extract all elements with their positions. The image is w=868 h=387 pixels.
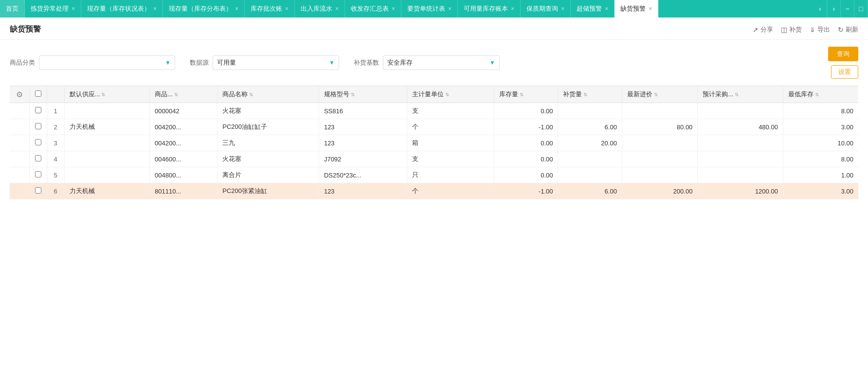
close-receipt-summary-tab[interactable]: × xyxy=(392,5,395,12)
export-button[interactable]: ⇓ 导出 xyxy=(810,25,830,34)
td-unit-2: 箱 xyxy=(407,135,494,151)
tab-shortage[interactable]: 缺货预警 × xyxy=(615,0,658,18)
close-overstock-tab[interactable]: × xyxy=(605,5,608,12)
tab-minimize[interactable]: − xyxy=(841,0,854,18)
select-all-checkbox[interactable] xyxy=(35,90,41,97)
close-demand-stats-tab[interactable]: × xyxy=(448,5,452,12)
th-stock: 库存量 ⇅ xyxy=(494,86,558,103)
sort-name-icon: ⇅ xyxy=(249,92,253,97)
td-code-4: 004800... xyxy=(150,167,217,183)
query-button[interactable]: 查询 xyxy=(828,47,858,61)
td-checkbox-3[interactable] xyxy=(29,151,47,167)
datasource-label: 数据源 xyxy=(190,58,209,67)
close-inventory-status-tab[interactable]: × xyxy=(153,5,157,12)
column-settings-icon[interactable]: ⚙ xyxy=(15,90,24,99)
td-spec-2: 123 xyxy=(319,135,407,151)
td-checkbox-2[interactable] xyxy=(29,135,47,151)
share-button[interactable]: ➚ 分享 xyxy=(753,25,773,34)
replenish-base-select[interactable]: 安全库存 ▼ xyxy=(383,55,500,70)
close-batch-account-tab[interactable]: × xyxy=(285,5,289,12)
sort-stock-icon: ⇅ xyxy=(520,92,524,97)
td-min-stock-3: 8.00 xyxy=(783,151,858,167)
td-name-5: PC200张紧油缸 xyxy=(217,183,319,199)
category-select[interactable]: ▼ xyxy=(39,55,175,70)
td-stock-0: 0.00 xyxy=(494,103,558,119)
th-num xyxy=(47,86,64,103)
refresh-button[interactable]: ↻ 刷新 xyxy=(838,25,858,34)
table-row: 1 0000042 火花塞 SS816 支 0.00 8.00 xyxy=(10,103,858,119)
close-available-ledger-tab[interactable]: × xyxy=(511,5,514,12)
th-est-purchase: 预计采购... ⇅ xyxy=(698,86,783,103)
td-est-purchase-2 xyxy=(698,135,783,151)
table-row: 5 004800... 离合片 DS250*23c... 只 0.00 1.00 xyxy=(10,167,858,183)
tab-overstock[interactable]: 超储预警 × xyxy=(571,0,615,18)
td-replenish-2: 20.00 xyxy=(558,135,622,151)
td-settings-3 xyxy=(10,151,29,167)
td-checkbox-0[interactable] xyxy=(29,103,47,119)
tab-demand-stats[interactable]: 要货单统计表 × xyxy=(401,0,458,18)
datasource-filter-group: 数据源 可用量 ▼ xyxy=(190,55,339,70)
replenish-base-dropdown-icon: ▼ xyxy=(489,59,495,66)
table-header-row: ⚙ 默认供应... ⇅ 商品... xyxy=(10,86,858,103)
th-default-supplier: 默认供应... ⇅ xyxy=(64,86,150,103)
tab-home[interactable]: 首页 xyxy=(0,0,25,18)
td-code-1: 004200... xyxy=(150,119,217,135)
tab-exception[interactable]: 拣货异常处理 × xyxy=(25,0,81,18)
td-stock-4: 0.00 xyxy=(494,167,558,183)
tab-scroll-right[interactable]: › xyxy=(827,0,841,18)
replenish-base-filter-group: 补货基数 安全库存 ▼ xyxy=(354,55,500,70)
tab-available-ledger[interactable]: 可用量库存账本 × xyxy=(458,0,521,18)
td-checkbox-1[interactable] xyxy=(29,119,47,135)
tab-inventory-dist[interactable]: 现存量（库存分布表） × xyxy=(163,0,245,18)
replenish-button[interactable]: ◫ 补货 xyxy=(781,25,802,34)
tab-expiry-query[interactable]: 保质期查询 × xyxy=(521,0,571,18)
th-unit: 主计量单位 ⇅ xyxy=(407,86,494,103)
td-checkbox-4[interactable] xyxy=(29,167,47,183)
td-replenish-5: 6.00 xyxy=(558,183,622,199)
td-min-stock-0: 8.00 xyxy=(783,103,858,119)
data-table: ⚙ 默认供应... ⇅ 商品... xyxy=(10,86,858,199)
td-spec-4: DS250*23c... xyxy=(319,167,407,183)
close-shortage-tab[interactable]: × xyxy=(649,5,652,12)
tab-scroll-left[interactable]: ‹ xyxy=(814,0,827,18)
close-exception-tab[interactable]: × xyxy=(72,5,75,12)
td-supplier-5: 力天机械 xyxy=(64,183,150,199)
td-min-stock-4: 1.00 xyxy=(783,167,858,183)
td-num-5: 6 xyxy=(47,183,64,199)
close-inventory-dist-tab[interactable]: × xyxy=(235,5,238,12)
td-price-4 xyxy=(622,167,697,183)
td-min-stock-5: 3.00 xyxy=(783,183,858,199)
page-header: 缺货预警 ➚ 分享 ◫ 补货 ⇓ 导出 ↻ 刷新 xyxy=(0,18,868,40)
td-num-0: 1 xyxy=(47,103,64,119)
tab-inout-flow[interactable]: 出入库流水 × xyxy=(295,0,345,18)
datasource-select[interactable]: 可用量 ▼ xyxy=(213,55,339,70)
td-spec-3: J7092 xyxy=(319,151,407,167)
td-checkbox-5[interactable] xyxy=(29,183,47,199)
settings-button[interactable]: 设置 xyxy=(831,65,858,79)
tab-batch-account[interactable]: 库存批次账 × xyxy=(245,0,295,18)
sort-replenish-icon: ⇅ xyxy=(583,92,587,97)
td-replenish-1: 6.00 xyxy=(558,119,622,135)
table-row: 3 004200... 三九 123 箱 0.00 20.00 10.00 xyxy=(10,135,858,151)
td-unit-1: 个 xyxy=(407,119,494,135)
td-name-3: 火花塞 xyxy=(217,151,319,167)
td-est-purchase-1: 480.00 xyxy=(698,119,783,135)
td-settings-5 xyxy=(10,183,29,199)
td-price-3 xyxy=(622,151,697,167)
filter-actions: 查询 设置 xyxy=(828,47,858,79)
filter-row: 商品分类 ▼ 数据源 可用量 ▼ 补货基数 安全库存 ▼ 查询 设置 xyxy=(0,40,868,86)
close-expiry-query-tab[interactable]: × xyxy=(561,5,564,12)
th-min-stock: 最低库存 ⇅ xyxy=(783,86,858,103)
tab-inventory-status[interactable]: 现存量（库存状况表） × xyxy=(81,0,163,18)
th-replenish: 补货量 ⇅ xyxy=(558,86,622,103)
td-code-3: 004600... xyxy=(150,151,217,167)
tab-maximize[interactable]: □ xyxy=(854,0,868,18)
td-settings-0 xyxy=(10,103,29,119)
sort-unit-icon: ⇅ xyxy=(445,92,449,97)
close-inout-flow-tab[interactable]: × xyxy=(335,5,339,12)
replenish-icon: ◫ xyxy=(781,26,787,34)
refresh-icon: ↻ xyxy=(838,26,844,34)
td-replenish-0 xyxy=(558,103,622,119)
tab-receipt-summary[interactable]: 收发存汇总表 × xyxy=(345,0,401,18)
td-num-3: 4 xyxy=(47,151,64,167)
